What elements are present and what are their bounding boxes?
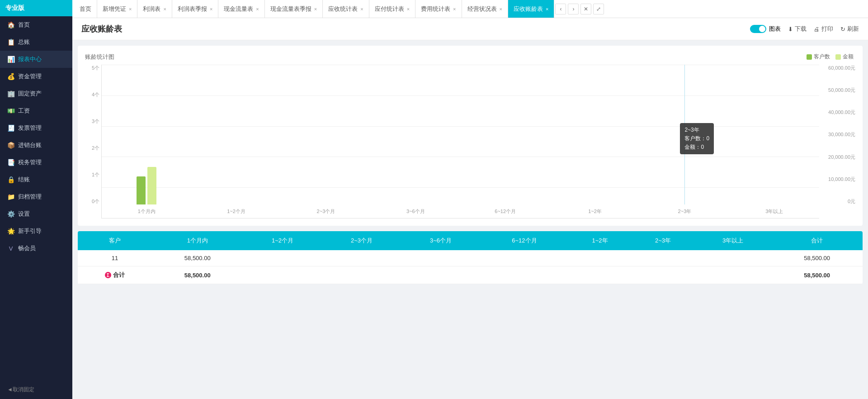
sidebar-item-settings[interactable]: ⚙️ 设置 [0, 205, 72, 223]
tab-new-voucher-close[interactable]: × [129, 6, 132, 12]
sidebar-item-asset-label: 固定资产 [18, 90, 42, 98]
refresh-btn[interactable]: ↻ 刷新 [840, 25, 859, 33]
y-left-0: 0个 [92, 198, 99, 205]
chart-legend: 客户数 金额 [807, 53, 854, 61]
tab-business-status[interactable]: 经营状况表 × [462, 0, 508, 18]
sidebar-item-guide[interactable]: 🌟 新手引导 [0, 223, 72, 240]
toggle-track[interactable] [750, 25, 766, 33]
cell-total: 58,500.00 [771, 250, 863, 266]
y-left-3: 3个 [92, 118, 99, 125]
sidebar-item-archive-label: 归档管理 [18, 193, 42, 201]
legend-customer-label: 客户数 [814, 53, 830, 61]
y-right-60000: 60,000.00元 [828, 65, 855, 71]
sidebar-item-archive[interactable]: 📁 归档管理 [0, 188, 72, 205]
tab-aging-close[interactable]: × [546, 6, 548, 12]
download-btn[interactable]: ⬇ 下载 [788, 25, 807, 33]
tab-next-btn[interactable]: › [568, 4, 579, 14]
tab-profit-quarter-close[interactable]: × [210, 6, 212, 12]
tab-business-status-close[interactable]: × [500, 6, 502, 12]
tab-profit-quarter[interactable]: 利润表季报 × [172, 0, 218, 18]
toggle-thumb [759, 26, 765, 32]
chart-container: 5个 4个 3个 2个 1个 0个 [85, 65, 855, 218]
refresh-icon: ↻ [840, 26, 845, 33]
tab-expense-stats[interactable]: 费用统计表 × [415, 0, 462, 18]
th-y12: 1~2年 [568, 231, 631, 250]
cell-total-y3plus [694, 266, 771, 284]
cell-m23 [322, 250, 401, 266]
tab-prev-btn[interactable]: ‹ [555, 4, 566, 14]
tab-payable-stats[interactable]: 应付统计表 × [369, 0, 415, 18]
sidebar-item-invoice[interactable]: 🧾 发票管理 [0, 119, 72, 137]
tab-new-voucher[interactable]: 新增凭证 × [97, 0, 137, 18]
bar-group-m612 [461, 65, 550, 204]
tab-cashflow-quarter[interactable]: 现金流量表季报 × [265, 0, 323, 18]
tab-payable-stats-close[interactable]: × [407, 6, 410, 12]
table-total-row: Σ 合计 58,500.00 58,500.00 [78, 266, 863, 284]
bar-group-m36 [371, 65, 460, 204]
th-y3plus: 3年以上 [694, 231, 771, 250]
bar-m1-green [137, 176, 146, 204]
tab-receivable-stats-close[interactable]: × [360, 6, 363, 12]
tab-cashflow[interactable]: 现金流量表 × [218, 0, 264, 18]
cell-y12 [568, 250, 631, 266]
th-m12: 1~2个月 [243, 231, 322, 250]
chart-y-right: 60,000.00元 50,000.00元 40,000.00元 30,000.… [819, 65, 855, 218]
x-label-m36: 3~6个月 [371, 204, 460, 218]
y-right-40000: 40,000.00元 [828, 109, 855, 116]
tab-aging[interactable]: 应收账龄表 × [508, 0, 554, 18]
th-customer: 客户 [78, 231, 152, 250]
sidebar-item-fund-label: 资金管理 [18, 72, 42, 81]
tab-aging-label: 应收账龄表 [514, 5, 543, 13]
cell-m36 [401, 250, 481, 266]
sidebar-item-asset[interactable]: 🏢 固定资产 [0, 85, 72, 102]
tab-profit-close[interactable]: × [163, 6, 166, 12]
tab-new-voucher-label: 新增凭证 [103, 5, 126, 13]
tab-expand-btn[interactable]: ⤢ [593, 4, 604, 14]
tab-receivable-stats[interactable]: 应收统计表 × [323, 0, 369, 18]
sidebar-item-member[interactable]: V 畅会员 [0, 240, 72, 257]
sidebar-item-settings-label: 设置 [18, 210, 30, 218]
sidebar-item-report[interactable]: 📊 报表中心 [0, 51, 72, 68]
x-label-m612: 6~12个月 [461, 204, 550, 218]
sidebar-item-purchase[interactable]: 📦 进销台账 [0, 137, 72, 154]
cell-y3plus [694, 250, 771, 266]
tab-cashflow-quarter-close[interactable]: × [314, 6, 317, 12]
chart-area: 账龄统计图 客户数 金额 5个 4个 3个 2个 1个 [78, 46, 863, 226]
tab-expense-stats-close[interactable]: × [453, 6, 456, 12]
sidebar-item-ledger[interactable]: 📋 总账 [0, 33, 72, 51]
th-total: 合计 [771, 231, 863, 250]
chart-bars [102, 65, 819, 204]
sidebar-item-fund[interactable]: 💰 资金管理 [0, 68, 72, 85]
table-area: 客户 1个月内 1~2个月 2~3个月 3~6个月 6~12个月 1~2年 2~… [78, 231, 863, 284]
salary-icon: 💵 [7, 107, 14, 114]
sidebar-item-tax[interactable]: 📑 税务管理 [0, 154, 72, 171]
bar-group-m23 [281, 65, 371, 204]
tab-cashflow-quarter-label: 现金流量表季报 [270, 5, 311, 13]
sidebar-item-close-label: 结账 [18, 176, 30, 184]
sidebar-collapse-btn[interactable]: ◄取消固定 [0, 380, 72, 399]
th-y23: 2~3年 [632, 231, 694, 250]
tab-close-btn[interactable]: ✕ [580, 4, 591, 14]
tab-home[interactable]: 首页 [74, 0, 97, 18]
purchase-icon: 📦 [7, 142, 14, 149]
th-m23: 2~3个月 [322, 231, 401, 250]
chart-toggle[interactable]: 图表 [750, 25, 781, 33]
tab-cashflow-close[interactable]: × [256, 6, 259, 12]
print-btn[interactable]: 🖨 打印 [814, 25, 833, 33]
fund-icon: 💰 [7, 73, 14, 80]
tab-profit[interactable]: 利润表 × [137, 0, 172, 18]
sidebar-item-invoice-label: 发票管理 [18, 124, 42, 132]
y-right-20000: 20,000.00元 [828, 154, 855, 161]
member-icon: V [7, 245, 14, 252]
tab-bar: 首页 新增凭证 × 利润表 × 利润表季报 × 现金流量表 × 现金流量表季报 … [72, 0, 868, 18]
refresh-label: 刷新 [847, 25, 859, 33]
cell-total-m36 [401, 266, 481, 284]
sidebar-item-salary[interactable]: 💵 工资 [0, 102, 72, 119]
th-m1: 1个月内 [152, 231, 243, 250]
x-label-m12: 1~2个月 [191, 204, 281, 218]
main-content: 首页 新增凭证 × 利润表 × 利润表季报 × 现金流量表 × 现金流量表季报 … [72, 0, 868, 399]
sidebar-item-home[interactable]: 🏠 首页 [0, 16, 72, 33]
chart-x-labels: 1个月内 1~2个月 2~3个月 3~6个月 6~12个月 1~2年 2~3年 … [102, 204, 819, 218]
cell-m12 [243, 250, 322, 266]
sidebar-item-close[interactable]: 🔒 结账 [0, 171, 72, 188]
